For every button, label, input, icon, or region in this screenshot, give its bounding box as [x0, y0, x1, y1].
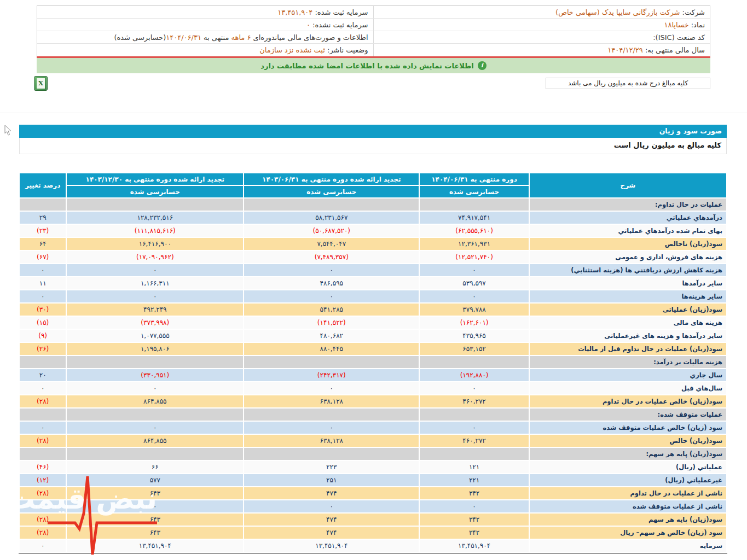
value-cell: (۷,۴۸۹,۳۵۷)	[244, 251, 419, 263]
row-label: سود(زيان) خالص	[530, 435, 726, 447]
company-label: شرکت:	[682, 8, 705, 16]
info-icon: i	[478, 61, 487, 70]
value-cell: ۴۶۰,۲۷۲	[420, 395, 529, 407]
percent-change-cell	[20, 199, 66, 211]
value-cell: ۱۲۱	[420, 461, 529, 473]
table-row: سود(زيان) عملیاتی۳۷۹,۷۸۸۵۴۱,۲۸۵۴۹۲,۲۴۹(۳…	[20, 304, 726, 316]
symbol-value: خساپا۱۸	[664, 21, 688, 29]
registered-capital-field: سرمایه ثبت شده: ۱۳,۴۵۱,۹۰۴	[37, 6, 374, 18]
value-cell: ۰	[420, 290, 529, 302]
header-audited-2: حسابرسی شده	[244, 186, 419, 197]
value-cell: ۳۴۲	[420, 527, 529, 539]
company-info-table: شرکت: شرکت بازرگانی سایپا یدک (سهامی خاص…	[37, 5, 710, 57]
value-cell: (۲۴۲,۳۱۷)	[244, 369, 419, 381]
percent-change-cell: ۱۱	[20, 277, 66, 289]
value-cell: ۱۲,۳۶۱,۹۳۱	[420, 238, 529, 250]
value-cell: ۶۴۳	[67, 527, 243, 539]
percent-change-cell: (۲۶)	[20, 343, 66, 355]
value-cell	[420, 199, 529, 211]
value-cell	[420, 448, 529, 460]
table-row: سود(زيان) ناخالص۱۲,۳۶۱,۹۳۱۷,۵۴۴,۰۴۷۱۶,۴۱…	[20, 238, 726, 250]
table-row: سایر درآمدها۵۳۹,۵۹۷۴۸۶,۵۹۵۱,۱۶۶,۳۱۱۱۱	[20, 277, 726, 289]
value-cell: (۳۳۰,۹۵۱)	[67, 369, 243, 381]
excel-export-icon[interactable]: X	[34, 76, 48, 91]
table-row: ناشي از عملیات متوقف شده۰۰۰۰	[20, 500, 726, 512]
table-row: سال جاري(۱۹۲,۸۸۰)(۲۴۲,۳۱۷)(۳۳۰,۹۵۱)۲۰	[20, 369, 726, 381]
table-row: سال‌هاي قبل۰۰۰۰	[20, 382, 726, 394]
header-current-period: دوره منتهی به ۱۴۰۴/۰۶/۳۱	[420, 173, 529, 185]
row-label: سود(زيان) عملیاتی	[530, 304, 726, 316]
value-cell: ۳۴۲	[420, 487, 529, 499]
table-row: سود(زیان) پایه هر سهم۳۴۲۴۷۴۶۴۳(۲۸)	[20, 514, 726, 526]
value-cell: ۰	[244, 500, 419, 512]
statement-subtitle: کلیه مبالغ به میلیون ریال است	[19, 138, 727, 154]
value-cell: ۰	[67, 500, 243, 512]
value-cell: ۷۴,۹۱۷,۵۴۱	[420, 212, 529, 224]
registered-capital-value: ۱۳,۴۵۱,۹۰۴	[277, 8, 312, 16]
section-row: عملیات متوقف شده:	[20, 409, 726, 421]
row-label: سال جاري	[530, 369, 726, 381]
percent-change-cell: (۲۸)	[20, 435, 66, 447]
value-cell: ۱۳,۴۵۱,۹۰۴	[420, 540, 529, 552]
unregistered-capital-label: سرمایه ثبت نشده:	[312, 21, 368, 29]
value-cell: (۱۲,۵۲۱,۷۴۰)	[420, 251, 529, 263]
percent-change-cell: ۰	[20, 422, 66, 434]
company-field: شرکت: شرکت بازرگانی سایپا یدک (سهامی خاص…	[374, 6, 710, 18]
value-cell: ۰	[420, 382, 529, 394]
value-cell: ۰	[420, 422, 529, 434]
value-cell: ۱,۱۶۶,۳۱۱	[67, 277, 243, 289]
value-cell: (۵۰,۶۸۷,۵۲۰)	[244, 225, 419, 237]
table-row: بهای تمام شده درآمدهاي عملياتي(۶۲,۵۵۵,۶۱…	[20, 225, 726, 237]
table-row: سود(زيان) خالص۴۶۰,۲۷۲۶۳۸,۱۲۸۸۶۴,۸۵۵(۲۸)	[20, 435, 726, 447]
table-row: غیرعملیاتي (ریال)۲۲۱۲۵۱۵۷۷(۱۲)	[20, 474, 726, 486]
income-statement-table: شرح دوره منتهی به ۱۴۰۴/۰۶/۳۱ تجدید ارائه…	[19, 172, 727, 554]
report-mid: منتهی به	[201, 33, 229, 42]
value-cell: ۲۲۳	[244, 461, 419, 473]
value-cell: ۶۵۳,۱۵۲	[420, 343, 529, 355]
value-cell	[420, 356, 529, 368]
row-label: سود(زیان) پایه هر سهم	[530, 514, 726, 526]
unregistered-capital-field: سرمایه ثبت نشده: ۰	[37, 19, 374, 31]
row-label: ناشي از عملیات متوقف شده	[530, 500, 726, 512]
value-cell	[244, 409, 419, 421]
percent-change-cell: ۰	[20, 500, 66, 512]
table-row: عملیاتي (ریال)۱۲۱۲۲۳۶۶(۴۶)	[20, 461, 726, 473]
percent-change-cell: (۴۶)	[20, 461, 66, 473]
value-cell: ۱۶,۴۱۶,۹۰۰	[67, 238, 243, 250]
percent-change-cell: ۶۴	[20, 238, 66, 250]
value-cell	[244, 448, 419, 460]
row-label: سایر درآمدها	[530, 277, 726, 289]
table-row: سود(زيان) عملیات در حال تداوم قبل از مال…	[20, 343, 726, 355]
info-row: کد صنعت (ISIC): اطلاعات و صورت‌های مالی …	[37, 31, 710, 44]
row-label: سود(زيان) ناخالص	[530, 238, 726, 250]
table-row: هزینه های فروش، اداری و عمومی(۱۲,۵۲۱,۷۴۰…	[20, 251, 726, 263]
row-label: سود(زیان) پایه هر سهم:	[530, 448, 726, 460]
row-label: درآمدهاي عملياتي	[530, 212, 726, 224]
row-label: ناشي از عملیات در حال تداوم	[530, 487, 726, 499]
value-cell: (۳۷۳,۹۹۸)	[67, 317, 243, 329]
banner-text: اطلاعات نمایش داده شده با اطلاعات امضا ش…	[260, 62, 474, 70]
statement-title-bar: صورت سود و زیان	[19, 125, 727, 138]
value-cell: ۱۳,۴۵۱,۹۰۴	[244, 540, 419, 552]
percent-change-cell: (۶۷)	[20, 251, 66, 263]
value-cell: ۱,۱۹۵,۸۰۶	[67, 343, 243, 355]
row-label: هزینه های مالی	[530, 317, 726, 329]
row-label: سایر درآمدها و هزینه های غیرعملیاتی	[530, 330, 726, 342]
value-cell	[244, 199, 419, 211]
percent-change-cell: (۲۳)	[20, 225, 66, 237]
value-cell: ۰	[67, 290, 243, 302]
percent-change-cell: ۰	[20, 290, 66, 302]
table-row: سرمایه۱۳,۴۵۱,۹۰۴۱۳,۴۵۱,۹۰۴۱۳,۴۵۱,۹۰۴۰	[20, 540, 726, 552]
signature-match-banner: i اطلاعات نمایش داده شده با اطلاعات امضا…	[37, 58, 710, 73]
info-row: شرکت: شرکت بازرگانی سایپا یدک (سهامی خاص…	[37, 6, 710, 19]
value-cell: ۸۶۴,۸۵۵	[67, 435, 243, 447]
fiscal-year-value: ۱۴۰۴/۱۲/۲۹	[607, 46, 643, 54]
table-row: سایر هزینه‌ها۰۰۰۰	[20, 290, 726, 302]
table-row: سود (زیان) خالص عملیات متوقف شده۰۰۰۰	[20, 422, 726, 434]
row-label: سرمایه	[530, 540, 726, 552]
report-period: ۶ ماهه	[231, 33, 251, 42]
row-label: هزینه مالیات بر درآمد:	[530, 356, 726, 368]
row-label: سود (زیان) خالص عملیات متوقف شده	[530, 422, 726, 434]
row-label: غیرعملیاتي (ریال)	[530, 474, 726, 486]
value-cell: ۶۴۳	[67, 514, 243, 526]
